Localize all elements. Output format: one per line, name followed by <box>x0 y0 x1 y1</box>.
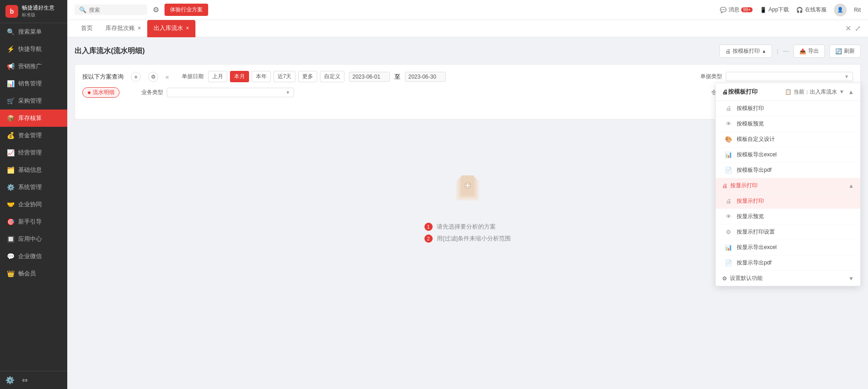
filter-add-btn[interactable]: + <box>131 72 141 82</box>
tab-close-inout[interactable]: × <box>186 25 189 31</box>
default-func-icon: ⚙ <box>722 275 727 282</box>
voucher-chevron-down-icon: ▼ <box>844 74 849 79</box>
filter-collapse-btn[interactable]: « <box>165 73 169 80</box>
dropdown-item-display-preview[interactable]: 👁 按显示预览 <box>716 209 860 224</box>
sidebar-item-inventory[interactable]: 📦 库存核算 <box>0 110 67 127</box>
filter-top-row: 按以下方案查询 + ⚙ « 单据日期 上月 本月 本年 近7天 更多 自定义 至 <box>82 71 853 82</box>
service-icon: 🎧 <box>796 7 803 13</box>
sales-icon: 📊 <box>6 80 15 87</box>
date-filter: 上月 本月 本年 近7天 更多 自定义 <box>208 71 345 82</box>
sidebar-item-guide[interactable]: 🎯 新手引导 <box>0 213 67 230</box>
tab-batch-ledger[interactable]: 库存批次账 × <box>99 20 147 37</box>
sidebar-item-weixin[interactable]: 💬 企业微信 <box>0 248 67 265</box>
template-pdf-icon: 📄 <box>725 167 732 174</box>
sidebar-item-basic-info[interactable]: 🗂️ 基础信息 <box>0 161 67 179</box>
username-label: Rit <box>854 7 861 13</box>
finance-icon: 💰 <box>6 132 15 139</box>
industry-btn[interactable]: 体验行业方案 <box>165 4 208 16</box>
sidebar-item-appstore[interactable]: 🔲 应用中心 <box>0 230 67 248</box>
current-chevron-icon: ▼ <box>839 89 844 95</box>
sidebar-item-finance[interactable]: 💰 资金管理 <box>0 127 67 144</box>
voucher-type-select[interactable]: ▼ <box>726 72 853 81</box>
dropdown-item-display-print[interactable]: 🖨 按显示打印 <box>716 194 860 209</box>
template-print-icon: 🖨 <box>725 105 732 112</box>
operations-icon: 📈 <box>6 149 15 156</box>
dropdown-item-display-pdf[interactable]: 📄 按显示导出pdf <box>716 255 860 271</box>
sidebar-bottom: ⚙️ ⇔ <box>0 371 67 389</box>
dropdown-item-template-print[interactable]: 🖨 按模板打印 <box>716 101 860 116</box>
dropdown-item-display-settings[interactable]: ⚙ 按显示打印设置 <box>716 224 860 240</box>
dropdown-item-display-excel[interactable]: 📊 按显示导出excel <box>716 240 860 255</box>
tab-close-batch[interactable]: × <box>138 25 141 31</box>
topbar-search-box[interactable]: 🔍 <box>75 5 147 15</box>
sidebar-item-sales[interactable]: 📊 销售管理 <box>0 75 67 92</box>
date-from-input[interactable] <box>349 72 390 82</box>
more-actions-icon[interactable]: ··· <box>783 47 789 55</box>
date-btn-7days[interactable]: 近7天 <box>274 71 296 82</box>
topbar-search-input[interactable] <box>89 7 143 13</box>
app-download-icon: 📱 <box>760 7 767 13</box>
print-icon: 🖨 <box>725 48 731 55</box>
dropdown-collapse-icon[interactable]: ▲ <box>848 89 854 95</box>
date-btn-this-year[interactable]: 本年 <box>252 71 271 82</box>
main: 🔍 ⚙ 体验行业方案 💬 消息 99+ 📱 App下载 🎧 在线客服 👤 Rit <box>67 0 868 389</box>
date-btn-last-month[interactable]: 上月 <box>208 71 227 82</box>
topbar-search-icon: 🔍 <box>79 6 86 13</box>
sidebar-collapse-icon[interactable]: ⇔ <box>22 376 28 384</box>
print-template-btn[interactable]: 🖨 按模板打印 ▲ <box>719 45 772 58</box>
chip-dot-icon: ● <box>87 89 91 96</box>
dropdown-default-func[interactable]: ⚙ 设置默认功能 ▼ <box>716 271 860 286</box>
sidebar-item-operations[interactable]: 📈 经营管理 <box>0 144 67 161</box>
sidebar: b 畅捷通好生意 标准版 🔍 搜索菜单 ⚡ 快捷导航 📢 营销推广 📊 销售管理… <box>0 0 67 389</box>
tab-inout-flow[interactable]: 出入库流水 × <box>147 20 195 37</box>
sidebar-item-enterprise[interactable]: 🤝 企业协同 <box>0 196 67 213</box>
chevron-up-icon: ▲ <box>762 49 766 54</box>
dropdown-item-template-pdf[interactable]: 📄 按模板导出pdf <box>716 163 860 178</box>
sidebar-item-system[interactable]: ⚙️ 系统管理 <box>0 179 67 196</box>
tabs-expand-btn[interactable]: ⤢ <box>855 24 861 33</box>
refresh-btn[interactable]: 🔄 刷新 <box>829 45 861 58</box>
dropdown-item-template-preview[interactable]: 👁 按模板预览 <box>716 116 860 132</box>
empty-illustration <box>449 171 486 214</box>
template-excel-icon: 📊 <box>725 151 732 159</box>
tab-home[interactable]: 首页 <box>75 20 99 37</box>
topbar-gear-icon[interactable]: ⚙ <box>153 5 159 14</box>
sidebar-settings-icon[interactable]: ⚙️ <box>5 376 15 384</box>
page-title: 出入库流水(流水明细) <box>75 46 145 56</box>
export-btn[interactable]: 📤 导出 <box>793 45 825 58</box>
display-chevron-up-icon[interactable]: ▲ <box>848 183 854 189</box>
message-badge: 99+ <box>741 7 753 12</box>
date-btn-this-month[interactable]: 本月 <box>230 71 249 82</box>
marketing-icon: 📢 <box>6 63 15 70</box>
date-btn-custom[interactable]: 自定义 <box>320 71 344 82</box>
topbar-online-service[interactable]: 🎧 在线客服 <box>796 6 827 14</box>
dropdown-display-section: 🖨 按显示打印 ▲ <box>716 178 860 194</box>
sidebar-item-member[interactable]: 👑 畅会员 <box>0 265 67 282</box>
date-btn-more[interactable]: 更多 <box>298 71 317 82</box>
biz-type-select[interactable]: ▼ <box>167 88 294 97</box>
sidebar-item-marketing[interactable]: 📢 营销推广 <box>0 58 67 75</box>
sidebar-item-quick-nav[interactable]: ⚡ 快捷导航 <box>0 40 67 58</box>
default-chevron-down-icon: ▼ <box>848 275 854 282</box>
current-template-icon: 📋 <box>785 89 792 95</box>
tabs-close-all-btn[interactable]: ✕ <box>845 24 851 33</box>
basic-info-icon: 🗂️ <box>6 166 15 174</box>
dropdown-item-template-design[interactable]: 🎨 模板自定义设计 <box>716 132 860 147</box>
filter-settings-btn[interactable]: ⚙ <box>148 72 158 82</box>
date-label: 单据日期 <box>182 73 204 80</box>
filter-chip-flow-detail[interactable]: ● 流水明细 <box>82 87 120 98</box>
sidebar-logo: b 畅捷通好生意 标准版 <box>0 0 67 23</box>
page-content: 出入库流水(流水明细) 🖨 按模板打印 ▲ | ··· 📤 导出 🔄 刷新 <box>67 37 868 389</box>
enterprise-icon: 🤝 <box>6 201 15 208</box>
dropdown-item-template-excel[interactable]: 📊 按模板导出excel <box>716 147 860 163</box>
display-print-icon: 🖨 <box>725 198 732 205</box>
topbar-app-download[interactable]: 📱 App下载 <box>760 6 789 14</box>
display-excel-icon: 📊 <box>725 244 732 251</box>
sidebar-item-purchase[interactable]: 🛒 采购管理 <box>0 92 67 110</box>
topbar-messages[interactable]: 💬 消息 99+ <box>720 6 753 14</box>
date-to-input[interactable] <box>405 72 446 82</box>
display-settings-icon: ⚙ <box>725 229 732 236</box>
dropdown-print-icon: 🖨 <box>722 89 728 95</box>
weixin-icon: 💬 <box>6 253 15 260</box>
sidebar-item-search[interactable]: 🔍 搜索菜单 <box>0 23 67 40</box>
